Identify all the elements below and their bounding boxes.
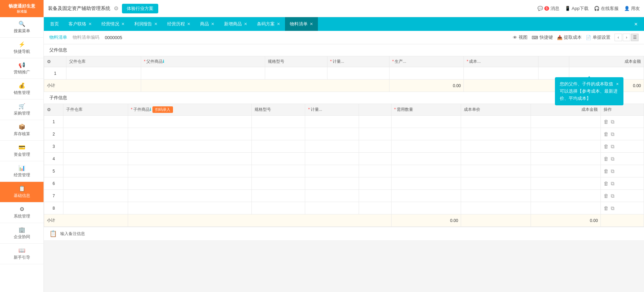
next-btn[interactable]: ›	[623, 34, 630, 41]
breadcrumb-link[interactable]: 物料清单	[49, 34, 67, 40]
th-gear-parent[interactable]: ⚙	[44, 56, 66, 67]
sidebar-item-corp[interactable]: 🏢 企业协同	[0, 223, 44, 244]
tab-profit-close[interactable]: ✕	[154, 22, 158, 26]
tab-customer[interactable]: 客户联络 ✕	[64, 17, 97, 31]
child-cell-spec-6[interactable]	[251, 177, 305, 190]
child-cell-qty-8[interactable]	[305, 202, 359, 214]
sidebar-item-basic[interactable]: 📋 基础信息	[0, 182, 44, 202]
copy-icon-1[interactable]: ⧉	[611, 119, 615, 125]
prev-btn[interactable]: ‹	[615, 34, 622, 41]
sidebar-item-system[interactable]: ⚙ 系统管理	[0, 202, 44, 223]
delete-icon-7[interactable]: 🗑	[604, 193, 609, 199]
copy-icon-8[interactable]: ⧉	[611, 205, 615, 211]
child-cell-need-qty-5[interactable]	[391, 165, 461, 177]
copy-icon-6[interactable]: ⧉	[611, 180, 615, 187]
extract-cost-item[interactable]: 📥 提取成本	[557, 34, 582, 40]
child-cell-unit-cost-1[interactable]	[461, 116, 531, 128]
copy-icon-5[interactable]: ⧉	[611, 168, 615, 174]
parent-cell-product-1[interactable]	[141, 67, 265, 80]
tab-business-close[interactable]: ✕	[121, 22, 125, 26]
trial-button[interactable]: 体验行业方案	[122, 4, 158, 13]
parent-cell-spec-1[interactable]	[265, 67, 327, 80]
child-cell-product-1[interactable]	[128, 116, 251, 128]
tab-home[interactable]: 首页	[45, 17, 64, 31]
sidebar-item-purchase[interactable]: 🛒 采购管理	[0, 100, 44, 120]
sidebar-item-operation[interactable]: 📊 经营管理	[0, 161, 44, 182]
child-cell-unit-cost-4[interactable]	[461, 153, 531, 165]
copy-icon-7[interactable]: ⧉	[611, 193, 615, 199]
sidebar-item-guide[interactable]: 📖 新手引导	[0, 244, 44, 264]
service-item[interactable]: 🎧 在线客服	[594, 5, 619, 12]
gear-icon[interactable]: ⚙	[114, 5, 119, 12]
child-cell-qty-5[interactable]	[305, 165, 359, 177]
tab-history[interactable]: 经营历程 ✕	[162, 17, 195, 31]
tab-history-close[interactable]: ✕	[187, 22, 190, 26]
child-cell-warehouse-4[interactable]	[63, 153, 128, 165]
child-cell-qty-2[interactable]	[305, 128, 359, 140]
child-cell-spec-3[interactable]	[251, 140, 305, 153]
tooltip-close-btn[interactable]: ×	[616, 81, 619, 88]
child-cell-warehouse-2[interactable]	[63, 128, 128, 140]
delete-icon-3[interactable]: 🗑	[604, 143, 609, 149]
child-cell-qty-7[interactable]	[305, 190, 359, 202]
parent-cell-cost-1[interactable]	[464, 67, 538, 80]
app-download-item[interactable]: 📱 App下载	[565, 5, 589, 12]
child-cell-need-qty-4[interactable]	[391, 153, 461, 165]
scan-btn[interactable]: 扫码录入	[152, 106, 173, 113]
list-btn[interactable]: ☰	[631, 34, 639, 41]
tab-profit[interactable]: 利润报告 ✕	[129, 17, 162, 31]
child-cell-unit-cost-5[interactable]	[461, 165, 531, 177]
tab-bom-close[interactable]: ✕	[310, 22, 313, 26]
child-cell-product-6[interactable]	[128, 177, 251, 190]
tab-new-product[interactable]: 新增商品 ✕	[219, 17, 252, 31]
child-cell-product-8[interactable]	[128, 202, 251, 214]
child-cell-unit-cost-3[interactable]	[461, 140, 531, 153]
sidebar-item-inventory[interactable]: 📦 库存核算	[0, 120, 44, 141]
delete-icon-6[interactable]: 🗑	[604, 180, 609, 186]
tab-business[interactable]: 经营情况 ✕	[97, 17, 129, 31]
child-cell-unit-cost-7[interactable]	[461, 190, 531, 202]
child-cell-need-qty-3[interactable]	[391, 140, 461, 153]
child-cell-unit-cost-2[interactable]	[461, 128, 531, 140]
sidebar-item-marketing[interactable]: 📢 营销推广	[0, 58, 44, 79]
copy-icon-2[interactable]: ⧉	[611, 131, 615, 137]
tab-new-product-close[interactable]: ✕	[244, 22, 247, 26]
tab-close-all[interactable]: ✕	[629, 17, 643, 31]
child-cell-warehouse-1[interactable]	[63, 116, 128, 128]
child-cell-need-qty-1[interactable]	[391, 116, 461, 128]
child-cell-warehouse-6[interactable]	[63, 177, 128, 190]
child-cell-qty-6[interactable]	[305, 177, 359, 190]
tab-barcode-close[interactable]: ✕	[277, 22, 280, 26]
copy-icon-4[interactable]: ⧉	[611, 156, 615, 162]
child-cell-spec-7[interactable]	[251, 190, 305, 202]
child-cell-spec-2[interactable]	[251, 128, 305, 140]
tab-customer-close[interactable]: ✕	[88, 22, 92, 26]
child-cell-spec-1[interactable]	[251, 116, 305, 128]
tab-product[interactable]: 商品 ✕	[195, 17, 219, 31]
child-cell-need-qty-6[interactable]	[391, 177, 461, 190]
child-cell-unit-cost-6[interactable]	[461, 177, 531, 190]
parent-cell-produce-1[interactable]	[389, 67, 464, 80]
copy-icon-3[interactable]: ⧉	[611, 143, 615, 150]
child-cell-spec-8[interactable]	[251, 202, 305, 214]
th-gear-child[interactable]: ⚙	[44, 104, 63, 116]
doc-settings-item[interactable]: 📄 单据设置	[586, 34, 610, 40]
child-cell-unit-cost-8[interactable]	[461, 202, 531, 214]
shortcut-item[interactable]: ⌨ 快捷键	[532, 34, 553, 40]
parent-cell-qty-1[interactable]	[327, 67, 389, 80]
child-cell-qty-1[interactable]	[305, 116, 359, 128]
child-cell-qty-4[interactable]	[305, 153, 359, 165]
child-cell-qty-3[interactable]	[305, 140, 359, 153]
sidebar-item-search[interactable]: 🔍 搜索菜单	[0, 17, 44, 38]
child-cell-product-5[interactable]	[128, 165, 251, 177]
tab-product-close[interactable]: ✕	[211, 22, 214, 26]
child-cell-warehouse-7[interactable]	[63, 190, 128, 202]
child-cell-need-qty-2[interactable]	[391, 128, 461, 140]
sidebar-item-sales[interactable]: 💰 销售管理	[0, 79, 44, 100]
child-cell-warehouse-3[interactable]	[63, 140, 128, 153]
child-cell-product-2[interactable]	[128, 128, 251, 140]
child-cell-warehouse-5[interactable]	[63, 165, 128, 177]
child-cell-product-4[interactable]	[128, 153, 251, 165]
user-item[interactable]: 👤 用友	[624, 5, 640, 12]
tab-barcode[interactable]: 条码方案 ✕	[252, 17, 285, 31]
